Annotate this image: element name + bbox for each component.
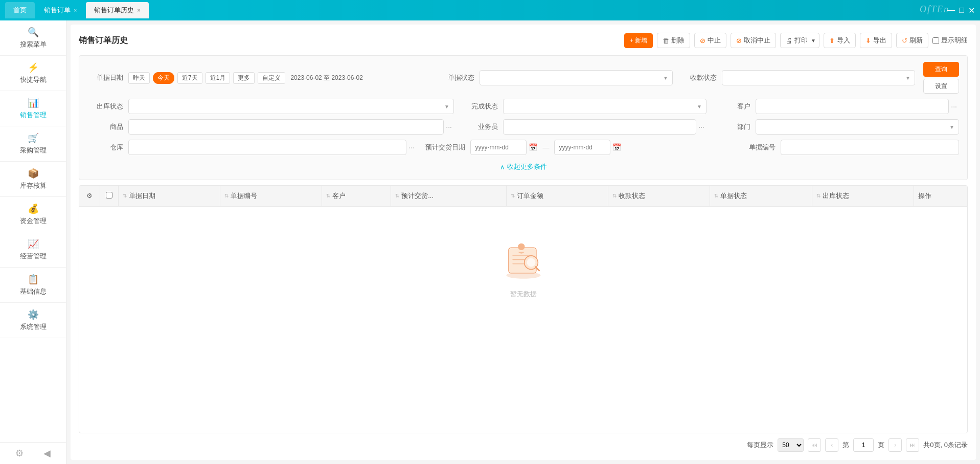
system-mgmt-icon: ⚙️ bbox=[28, 309, 39, 320]
date-separator: — bbox=[539, 144, 552, 151]
date-btn-today[interactable]: 今天 bbox=[153, 72, 174, 84]
goods-input[interactable] bbox=[128, 119, 444, 135]
display-detail-checkbox[interactable] bbox=[932, 37, 939, 44]
warehouse-ellipsis-btn[interactable]: ··· bbox=[406, 143, 417, 151]
order-status-select[interactable]: ▼ bbox=[480, 70, 673, 85]
expected-delivery-start-input[interactable] bbox=[470, 140, 527, 155]
date-btn-custom[interactable]: 自定义 bbox=[258, 72, 285, 84]
inventory-calc-icon: 📦 bbox=[28, 168, 39, 179]
delivery-status-label: 出库状态 bbox=[87, 102, 128, 111]
sidebar-collapse-icon[interactable]: ◀ bbox=[43, 448, 51, 459]
th-payment-status[interactable]: ⇅ 收款状态 bbox=[608, 186, 710, 206]
tab-sales-order-history[interactable]: 销售订单历史 × bbox=[86, 2, 148, 18]
th-number[interactable]: ⇅ 单据编号 bbox=[220, 186, 322, 206]
tab-sales-order-history-close[interactable]: × bbox=[137, 7, 140, 13]
window-maximize[interactable]: □ bbox=[959, 6, 964, 15]
cancel-stop-icon: ⊘ bbox=[736, 37, 742, 45]
page-header: 销售订单历史 + 新增 🗑 删除 ⊘ 中止 ⊘ 取消中止 bbox=[79, 33, 968, 48]
collapse-label: 收起更多条件 bbox=[507, 162, 547, 171]
th-amount[interactable]: ⇅ 订单金额 bbox=[507, 186, 608, 206]
customer-input[interactable] bbox=[756, 99, 949, 114]
first-page-btn[interactable]: ⏮ bbox=[808, 438, 821, 452]
th-customer[interactable]: ⇅ 客户 bbox=[322, 186, 391, 206]
th-delivery-label: 出库状态 bbox=[823, 191, 849, 201]
sidebar-item-search-menu[interactable]: 🔍 搜索菜单 bbox=[0, 20, 66, 56]
calendar-end-icon[interactable]: 📅 bbox=[612, 143, 621, 151]
payment-status-select[interactable]: ▼ bbox=[722, 70, 915, 85]
fund-mgmt-icon: 💰 bbox=[28, 203, 39, 214]
tab-sales-order[interactable]: 销售订单 × bbox=[36, 2, 85, 18]
sidebar-item-sales-mgmt[interactable]: 📊 销售管理 bbox=[0, 91, 66, 126]
import-button[interactable]: ⬆ 导入 bbox=[824, 33, 856, 48]
order-number-input[interactable] bbox=[781, 140, 959, 155]
sidebar-settings-icon[interactable]: ⚙ bbox=[15, 448, 24, 459]
print-icon: 🖨 bbox=[786, 37, 792, 45]
date-btn-1month[interactable]: 近1月 bbox=[206, 72, 231, 84]
empty-state-illustration bbox=[498, 237, 549, 283]
settings-filter-button[interactable]: 设置 bbox=[923, 79, 959, 94]
delivery-status-select[interactable]: ▼ bbox=[128, 99, 454, 114]
sidebar-item-basic-info[interactable]: 📋 基础信息 bbox=[0, 268, 66, 303]
salesperson-input[interactable] bbox=[503, 119, 696, 135]
last-page-btn[interactable]: ⏭ bbox=[906, 438, 919, 452]
department-select[interactable]: ▼ bbox=[756, 119, 959, 135]
sidebar-item-fund-mgmt[interactable]: 💰 资金管理 bbox=[0, 197, 66, 232]
th-settings[interactable]: ⚙ bbox=[79, 186, 100, 206]
calendar-start-icon[interactable]: 📅 bbox=[529, 143, 537, 151]
table-settings-icon[interactable]: ⚙ bbox=[86, 192, 93, 200]
th-order-status[interactable]: ⇅ 单据状态 bbox=[710, 186, 812, 206]
goods-ellipsis-btn[interactable]: ··· bbox=[444, 123, 454, 131]
sidebar-item-quick-nav-label: 快捷导航 bbox=[20, 75, 47, 84]
complete-status-select[interactable]: ▼ bbox=[503, 99, 706, 114]
salesperson-ellipsis-btn[interactable]: ··· bbox=[696, 123, 706, 131]
per-page-select[interactable]: 10 20 50 100 bbox=[778, 438, 804, 452]
th-date[interactable]: ⇅ 单据日期 bbox=[118, 186, 220, 206]
page-number-input[interactable] bbox=[853, 438, 874, 452]
print-button[interactable]: 🖨 打印 ▼ bbox=[780, 33, 819, 48]
sidebar-item-operations-mgmt[interactable]: 📈 经营管理 bbox=[0, 232, 66, 268]
order-status-label: 单据状态 bbox=[439, 73, 480, 82]
sidebar-item-search-menu-label: 搜索菜单 bbox=[20, 40, 47, 49]
pagination: 每页显示 10 20 50 100 ⏮ ‹ 第 页 › ⏭ 共0页, 0条记录 bbox=[79, 433, 968, 452]
delete-button[interactable]: 🗑 删除 bbox=[657, 33, 690, 48]
sidebar-item-purchase-mgmt[interactable]: 🛒 采购管理 bbox=[0, 126, 66, 162]
filter-area: 单据日期 昨天 今天 近7天 近1月 更多 自定义 2023-06-02 至 2… bbox=[79, 55, 968, 180]
cancel-stop-button[interactable]: ⊘ 取消中止 bbox=[731, 33, 776, 48]
refresh-button[interactable]: ↺ 刷新 bbox=[896, 33, 928, 48]
warehouse-input[interactable] bbox=[128, 140, 406, 155]
page-title: 销售订单历史 bbox=[79, 35, 128, 46]
sidebar-item-inventory-calc-label: 库存核算 bbox=[20, 181, 47, 190]
expected-delivery-end-input[interactable] bbox=[554, 140, 610, 155]
order-status-arrow-icon: ▼ bbox=[663, 75, 668, 81]
collapse-more-btn[interactable]: ∧ 收起更多条件 bbox=[87, 160, 959, 173]
th-delivery-status[interactable]: ⇅ 出库状态 bbox=[812, 186, 914, 206]
refresh-label: 刷新 bbox=[909, 36, 923, 45]
search-menu-icon: 🔍 bbox=[28, 27, 39, 38]
search-button[interactable]: 查询 bbox=[923, 62, 959, 77]
stop-button[interactable]: ⊘ 中止 bbox=[694, 33, 726, 48]
export-button[interactable]: ⬇ 导出 bbox=[860, 33, 892, 48]
tab-home[interactable]: 首页 bbox=[5, 2, 35, 18]
tab-sales-order-close[interactable]: × bbox=[74, 7, 77, 13]
new-button[interactable]: + 新增 bbox=[624, 33, 653, 48]
prev-page-btn[interactable]: ‹ bbox=[825, 438, 838, 452]
th-expected-delivery[interactable]: ⇅ 预计交货... bbox=[391, 186, 507, 206]
sidebar-item-inventory-calc[interactable]: 📦 库存核算 bbox=[0, 162, 66, 197]
next-page-btn[interactable]: › bbox=[888, 438, 902, 452]
sidebar-item-quick-nav[interactable]: ⚡ 快捷导航 bbox=[0, 56, 66, 91]
date-btn-yesterday[interactable]: 昨天 bbox=[128, 72, 150, 84]
th-number-sort-icon: ⇅ bbox=[224, 193, 229, 198]
select-all-checkbox[interactable] bbox=[106, 192, 112, 198]
sidebar-item-system-mgmt[interactable]: ⚙️ 系统管理 bbox=[0, 303, 66, 338]
date-filter-label: 单据日期 bbox=[87, 73, 128, 82]
date-range-display: 2023-06-02 至 2023-06-02 bbox=[290, 74, 362, 82]
customer-ellipsis-btn[interactable]: ··· bbox=[949, 102, 959, 111]
tab-sales-order-history-label: 销售订单历史 bbox=[94, 6, 134, 15]
th-date-label: 单据日期 bbox=[129, 191, 155, 201]
date-btn-more[interactable]: 更多 bbox=[233, 72, 255, 84]
date-btn-7days[interactable]: 近7天 bbox=[177, 72, 202, 84]
svg-point-9 bbox=[518, 243, 525, 250]
window-close[interactable]: ✕ bbox=[968, 6, 975, 15]
watermark: OfTEn bbox=[920, 4, 949, 15]
th-expected-label: 预计交货... bbox=[401, 191, 434, 201]
